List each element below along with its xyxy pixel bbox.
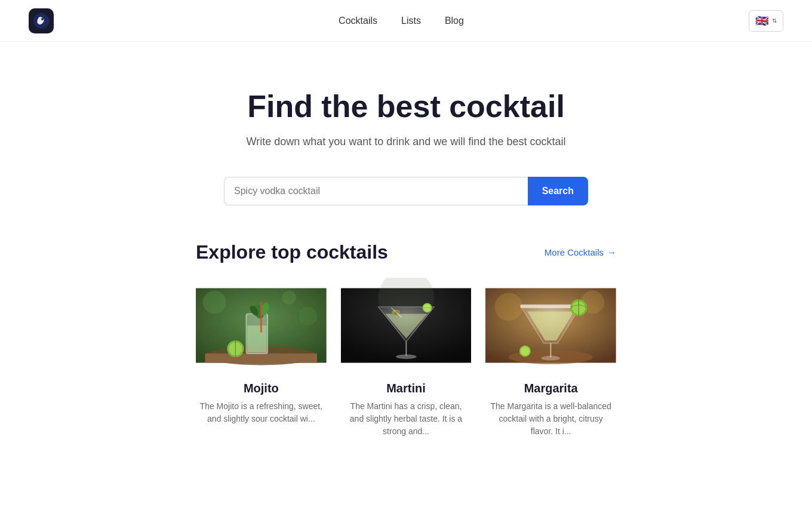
- card-title-martini: Martini: [343, 382, 469, 395]
- nav-blog[interactable]: Blog: [445, 16, 464, 26]
- card-desc-martini: The Martini has a crisp, clean, and slig…: [343, 400, 469, 438]
- hero-subtitle: Write down what you want to drink and we…: [247, 136, 566, 148]
- explore-section: Explore top cocktails More Cocktails →: [167, 241, 645, 438]
- logo-icon: [29, 8, 54, 33]
- card-margarita[interactable]: Margarita The Margarita is a well-balanc…: [485, 278, 616, 438]
- card-martini[interactable]: Martini The Martini has a crisp, clean, …: [341, 278, 472, 438]
- nav-cocktails[interactable]: Cocktails: [339, 16, 377, 26]
- card-image-wrapper-mojito: [196, 278, 327, 373]
- svg-point-32: [495, 293, 523, 321]
- search-bar: Search: [224, 177, 588, 205]
- main-nav: Cocktails Lists Blog: [339, 16, 464, 26]
- chevron-updown-icon: ⇅: [772, 17, 777, 24]
- hero-title: Find the best cocktail: [247, 90, 565, 124]
- margarita-image: [485, 278, 616, 373]
- mojito-image: [196, 278, 327, 373]
- logo[interactable]: [29, 8, 54, 33]
- svg-rect-4: [205, 354, 317, 363]
- svg-point-21: [396, 355, 416, 360]
- card-body-mojito: Mojito The Mojito is a refreshing, sweet…: [196, 373, 327, 425]
- card-title-mojito: Mojito: [198, 382, 324, 395]
- search-button[interactable]: Search: [528, 177, 588, 205]
- martini-image: [341, 278, 472, 373]
- card-title-margarita: Margarita: [488, 382, 614, 395]
- svg-point-16: [299, 307, 317, 325]
- svg-point-1: [41, 18, 44, 20]
- svg-rect-14: [260, 302, 262, 333]
- explore-header: Explore top cocktails More Cocktails →: [196, 241, 616, 263]
- svg-point-15: [203, 291, 226, 314]
- nav-lists[interactable]: Lists: [401, 16, 421, 26]
- cocktail-cards-grid: Mojito The Mojito is a refreshing, sweet…: [196, 278, 616, 438]
- card-image-wrapper-martini: [341, 278, 472, 373]
- card-body-margarita: Margarita The Margarita is a well-balanc…: [485, 373, 616, 438]
- card-body-martini: Martini The Martini has a crisp, clean, …: [341, 373, 472, 438]
- card-mojito[interactable]: Mojito The Mojito is a refreshing, sweet…: [196, 278, 327, 438]
- card-desc-mojito: The Mojito is a refreshing, sweet, and s…: [198, 400, 324, 425]
- svg-point-35: [542, 356, 560, 361]
- more-cocktails-link[interactable]: More Cocktails →: [545, 247, 616, 257]
- explore-title: Explore top cocktails: [196, 241, 388, 263]
- card-image-wrapper-margarita: [485, 278, 616, 373]
- svg-point-17: [282, 291, 296, 305]
- site-header: Cocktails Lists Blog 🇬🇧 ⇅: [0, 0, 812, 42]
- svg-rect-7: [247, 325, 267, 352]
- lang-flag: 🇬🇧: [755, 14, 768, 27]
- language-selector[interactable]: 🇬🇧 ⇅: [749, 10, 783, 32]
- more-cocktails-label: More Cocktails: [545, 247, 604, 257]
- svg-point-42: [521, 347, 530, 355]
- card-desc-margarita: The Margarita is a well-balanced cocktai…: [488, 400, 614, 438]
- search-input[interactable]: [224, 177, 528, 205]
- arrow-right-icon: →: [607, 247, 616, 257]
- hero-section: Find the best cocktail Write down what y…: [0, 42, 812, 462]
